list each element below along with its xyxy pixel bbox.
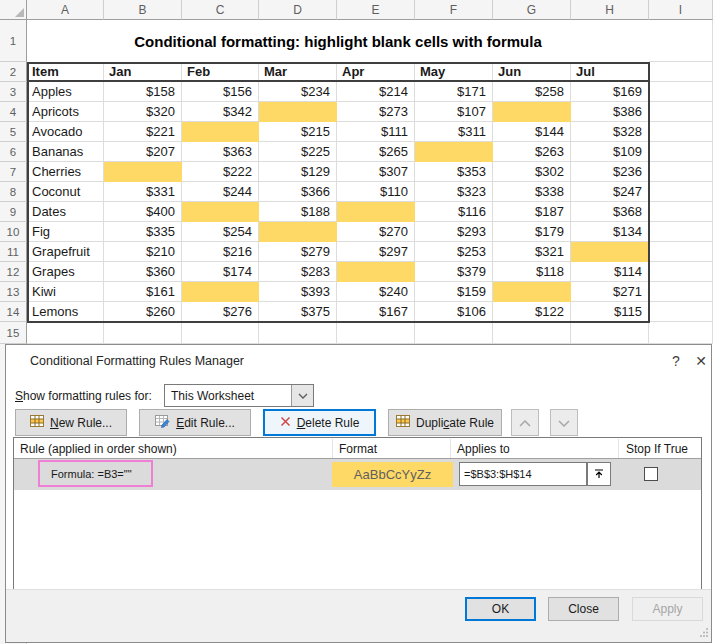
table-header-cell[interactable]: Jun — [493, 62, 571, 82]
highlighted-blank-cell[interactable] — [182, 202, 259, 222]
cell[interactable] — [182, 322, 259, 344]
value-cell[interactable]: $368 — [571, 202, 649, 222]
value-cell[interactable]: $265 — [337, 142, 415, 162]
value-cell[interactable]: $158 — [104, 82, 182, 102]
value-cell[interactable]: $144 — [493, 122, 571, 142]
item-cell[interactable]: Bananas — [27, 142, 104, 162]
rule-row-selected[interactable]: Formula: =B3="" AaBbCcYyZz — [14, 459, 701, 490]
cell[interactable] — [649, 322, 713, 344]
row-number-3[interactable]: 3 — [0, 82, 27, 102]
value-cell[interactable]: $393 — [259, 282, 337, 302]
column-header-D[interactable]: D — [259, 0, 337, 20]
item-cell[interactable]: Grapefruit — [27, 242, 104, 262]
cell[interactable] — [649, 182, 713, 202]
value-cell[interactable]: $179 — [493, 222, 571, 242]
column-header-A[interactable]: A — [27, 0, 104, 20]
value-cell[interactable]: $360 — [104, 262, 182, 282]
new-rule-button[interactable]: New Rule... — [15, 409, 127, 436]
value-cell[interactable]: $215 — [259, 122, 337, 142]
value-cell[interactable]: $106 — [415, 302, 493, 322]
value-cell[interactable]: $323 — [415, 182, 493, 202]
cell[interactable] — [27, 322, 104, 344]
value-cell[interactable]: $335 — [104, 222, 182, 242]
column-header-G[interactable]: G — [493, 0, 571, 20]
row-number-11[interactable]: 11 — [0, 242, 27, 262]
cell[interactable] — [493, 322, 571, 344]
value-cell[interactable]: $221 — [104, 122, 182, 142]
worksheet-scope-dropdown[interactable]: This Worksheet — [164, 384, 314, 407]
item-cell[interactable]: Apricots — [27, 102, 104, 122]
resize-grip[interactable] — [699, 626, 709, 640]
row-number-5[interactable]: 5 — [0, 122, 27, 142]
row-number-10[interactable]: 10 — [0, 222, 27, 242]
row-number-8[interactable]: 8 — [0, 182, 27, 202]
cell[interactable] — [649, 162, 713, 182]
value-cell[interactable]: $161 — [104, 282, 182, 302]
item-cell[interactable]: Dates — [27, 202, 104, 222]
value-cell[interactable]: $115 — [571, 302, 649, 322]
value-cell[interactable]: $240 — [337, 282, 415, 302]
item-cell[interactable]: Avocado — [27, 122, 104, 142]
chevron-down-icon[interactable] — [291, 385, 313, 406]
cell[interactable] — [337, 322, 415, 344]
cell[interactable] — [649, 20, 713, 62]
row-number-4[interactable]: 4 — [0, 102, 27, 122]
column-header-I[interactable]: I — [649, 0, 713, 20]
value-cell[interactable]: $321 — [493, 242, 571, 262]
value-cell[interactable]: $293 — [415, 222, 493, 242]
duplicate-rule-button[interactable]: Duplicate Rule — [388, 409, 502, 436]
value-cell[interactable]: $118 — [493, 262, 571, 282]
highlighted-blank-cell[interactable] — [182, 282, 259, 302]
row-number-2[interactable]: 2 — [0, 62, 27, 82]
table-header-cell[interactable]: May — [415, 62, 493, 82]
highlighted-blank-cell[interactable] — [259, 102, 337, 122]
row-number-15[interactable]: 15 — [0, 322, 27, 344]
column-header-C[interactable]: C — [182, 0, 259, 20]
select-all-corner[interactable] — [0, 0, 27, 20]
cell[interactable] — [649, 202, 713, 222]
highlighted-blank-cell[interactable] — [104, 162, 182, 182]
value-cell[interactable]: $328 — [571, 122, 649, 142]
value-cell[interactable]: $297 — [337, 242, 415, 262]
cell[interactable] — [649, 122, 713, 142]
column-header-F[interactable]: F — [415, 0, 493, 20]
highlighted-blank-cell[interactable] — [493, 282, 571, 302]
cell[interactable] — [649, 302, 713, 322]
value-cell[interactable]: $283 — [259, 262, 337, 282]
value-cell[interactable]: $331 — [104, 182, 182, 202]
value-cell[interactable]: $159 — [415, 282, 493, 302]
value-cell[interactable]: $222 — [182, 162, 259, 182]
row-number-14[interactable]: 14 — [0, 302, 27, 322]
highlighted-blank-cell[interactable] — [493, 102, 571, 122]
value-cell[interactable]: $254 — [182, 222, 259, 242]
item-cell[interactable]: Apples — [27, 82, 104, 102]
value-cell[interactable]: $363 — [182, 142, 259, 162]
ok-button[interactable]: OK — [465, 597, 536, 621]
help-icon[interactable]: ? — [666, 351, 686, 371]
value-cell[interactable]: $236 — [571, 162, 649, 182]
value-cell[interactable]: $174 — [182, 262, 259, 282]
cell[interactable] — [259, 322, 337, 344]
value-cell[interactable]: $116 — [415, 202, 493, 222]
value-cell[interactable]: $366 — [259, 182, 337, 202]
value-cell[interactable]: $276 — [182, 302, 259, 322]
item-cell[interactable]: Fig — [27, 222, 104, 242]
value-cell[interactable]: $273 — [337, 102, 415, 122]
table-header-cell[interactable]: Jul — [571, 62, 649, 82]
value-cell[interactable]: $400 — [104, 202, 182, 222]
highlighted-blank-cell[interactable] — [182, 122, 259, 142]
edit-rule-button[interactable]: Edit Rule... — [139, 409, 251, 436]
value-cell[interactable]: $338 — [493, 182, 571, 202]
value-cell[interactable]: $342 — [182, 102, 259, 122]
value-cell[interactable]: $225 — [259, 142, 337, 162]
value-cell[interactable]: $311 — [415, 122, 493, 142]
value-cell[interactable]: $244 — [182, 182, 259, 202]
cell[interactable] — [415, 322, 493, 344]
table-header-cell[interactable]: Feb — [182, 62, 259, 82]
table-header-cell[interactable]: Apr — [337, 62, 415, 82]
row-number-7[interactable]: 7 — [0, 162, 27, 182]
cell[interactable] — [649, 282, 713, 302]
highlighted-blank-cell[interactable] — [337, 202, 415, 222]
collapse-dialog-arrow-icon[interactable] — [587, 462, 611, 486]
value-cell[interactable]: $156 — [182, 82, 259, 102]
